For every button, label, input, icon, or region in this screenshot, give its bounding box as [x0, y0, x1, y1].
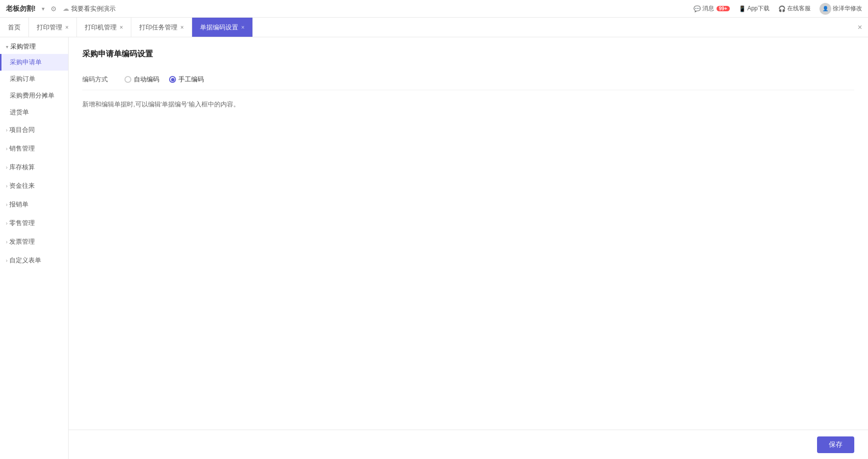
purchase-mgmt-arrow: ▾ — [6, 44, 8, 50]
sidebar-item-purchase-expense[interactable]: 采购费用分摊单 — [0, 87, 68, 104]
sidebar-group-project-contract[interactable]: › 项目合同 — [0, 121, 68, 139]
retail-mgmt-arrow: › — [6, 221, 7, 226]
sidebar-group-retail-mgmt[interactable]: › 零售管理 — [0, 214, 68, 232]
footer-bar: 保存 — [69, 430, 868, 459]
dropdown-icon[interactable]: ▾ — [42, 5, 45, 12]
sidebar-group-purchase-mgmt[interactable]: ▾ 采购管理 — [0, 37, 68, 54]
project-contract-arrow: › — [6, 128, 7, 133]
sales-mgmt-label: 销售管理 — [9, 144, 35, 153]
sales-mgmt-arrow: › — [6, 146, 7, 152]
tab-home-label: 首页 — [8, 23, 21, 32]
tab-printer-mgmt-label: 打印机管理 — [85, 23, 117, 32]
tab-barcode-settings[interactable]: 单据编码设置 × — [192, 18, 253, 37]
page-title: 采购申请单编码设置 — [82, 49, 854, 59]
coding-label: 编码方式 — [82, 75, 117, 84]
tab-bar: 首页 打印管理 × 打印机管理 × 打印任务管理 × 单据编码设置 × × — [0, 18, 868, 37]
message-badge: 99+ — [717, 6, 730, 11]
save-button[interactable]: 保存 — [817, 436, 854, 453]
message-icon: 💬 — [694, 5, 701, 12]
returns-arrow: › — [6, 202, 7, 207]
tab-print-mgmt[interactable]: 打印管理 × — [29, 18, 77, 37]
sidebar-group-inventory[interactable]: › 库存核算 — [0, 158, 68, 177]
online-service-label: 在线客服 — [787, 4, 811, 13]
radio-group: 自动编码 手工编码 — [124, 75, 204, 84]
top-bar-left: 老板勿割! ▾ ⚙ ☁ 我要看实例演示 — [6, 4, 116, 13]
message-button[interactable]: 💬 消息 99+ — [694, 4, 730, 13]
gear-icon[interactable]: ⚙ — [50, 5, 57, 13]
sidebar: ▾ 采购管理 采购申请单 采购订单 采购费用分摊单 进货单 › 项目合同 › 销… — [0, 37, 69, 459]
app-icon: 📱 — [739, 5, 746, 12]
user-menu[interactable]: 👤 徐泽华修改 — [819, 3, 862, 15]
tab-home[interactable]: 首页 — [0, 18, 29, 37]
app-download-label: App下载 — [747, 4, 769, 13]
tab-print-task-mgmt-close[interactable]: × — [180, 24, 184, 31]
purchase-request-label: 采购申请单 — [10, 58, 42, 66]
username: 徐泽华修改 — [833, 4, 862, 13]
tab-print-mgmt-close[interactable]: × — [65, 24, 69, 31]
manual-code-label: 手工编码 — [178, 75, 204, 84]
sidebar-group-invoice-mgmt[interactable]: › 发票管理 — [0, 232, 68, 251]
sidebar-item-purchase-order[interactable]: 采购订单 — [0, 71, 68, 87]
project-contract-label: 项目合同 — [9, 126, 35, 134]
headset-icon: 🎧 — [778, 5, 786, 12]
sidebar-item-stock-in[interactable]: 进货单 — [0, 104, 68, 121]
sidebar-group-custom-forms[interactable]: › 自定义表单 — [0, 251, 68, 270]
sidebar-group-fund-flow[interactable]: › 资金往来 — [0, 177, 68, 195]
content-inner: 采购申请单编码设置 编码方式 自动编码 手工编码 新增和编辑单据时,可以编辑'单… — [69, 37, 868, 430]
retail-mgmt-label: 零售管理 — [9, 219, 35, 228]
avatar: 👤 — [819, 3, 831, 15]
tab-barcode-settings-close[interactable]: × — [241, 24, 245, 31]
sidebar-item-purchase-request[interactable]: 采购申请单 — [0, 54, 68, 71]
radio-auto-code-circle — [124, 76, 131, 83]
sidebar-group-returns[interactable]: › 报销单 — [0, 195, 68, 214]
main-layout: ▾ 采购管理 采购申请单 采购订单 采购费用分摊单 进货单 › 项目合同 › 销… — [0, 37, 868, 459]
inventory-arrow: › — [6, 165, 7, 170]
fund-flow-arrow: › — [6, 183, 7, 189]
tab-printer-mgmt[interactable]: 打印机管理 × — [77, 18, 131, 37]
inventory-label: 库存核算 — [9, 163, 35, 172]
tab-bar-close-all[interactable]: × — [852, 18, 868, 37]
custom-forms-arrow: › — [6, 258, 7, 263]
invoice-mgmt-arrow: › — [6, 239, 7, 245]
top-bar-right: 💬 消息 99+ 📱 App下载 🎧 在线客服 👤 徐泽华修改 — [694, 3, 862, 15]
demo-link[interactable]: ☁ 我要看实例演示 — [63, 4, 116, 13]
top-bar: 老板勿割! ▾ ⚙ ☁ 我要看实例演示 💬 消息 99+ 📱 App下载 🎧 在… — [0, 0, 868, 18]
coding-row: 编码方式 自动编码 手工编码 — [82, 69, 854, 90]
stock-in-label: 进货单 — [10, 108, 29, 116]
custom-forms-label: 自定义表单 — [9, 256, 41, 265]
logo-text: 老板勿割! — [6, 4, 36, 13]
returns-label: 报销单 — [9, 200, 28, 209]
auto-code-label: 自动编码 — [134, 75, 159, 84]
tab-printer-mgmt-close[interactable]: × — [120, 24, 123, 31]
purchase-mgmt-label: 采购管理 — [10, 42, 36, 51]
content-area: 采购申请单编码设置 编码方式 自动编码 手工编码 新增和编辑单据时,可以编辑'单… — [69, 37, 868, 459]
tab-print-task-mgmt-label: 打印任务管理 — [139, 23, 177, 32]
sidebar-group-sales-mgmt[interactable]: › 销售管理 — [0, 139, 68, 158]
info-text: 新增和编辑单据时,可以编辑'单据编号'输入框中的内容。 — [82, 100, 854, 109]
purchase-order-label: 采购订单 — [10, 75, 35, 82]
message-label: 消息 — [702, 4, 714, 13]
radio-manual-code-circle — [169, 76, 176, 83]
radio-auto-code[interactable]: 自动编码 — [124, 75, 159, 84]
tab-print-mgmt-label: 打印管理 — [37, 23, 62, 32]
tab-barcode-settings-label: 单据编码设置 — [200, 23, 238, 32]
fund-flow-label: 资金往来 — [9, 181, 35, 190]
online-service-button[interactable]: 🎧 在线客服 — [778, 4, 811, 13]
invoice-mgmt-label: 发票管理 — [9, 237, 35, 246]
tab-print-task-mgmt[interactable]: 打印任务管理 × — [131, 18, 192, 37]
radio-manual-code[interactable]: 手工编码 — [169, 75, 204, 84]
purchase-expense-label: 采购费用分摊单 — [10, 92, 54, 99]
app-download-button[interactable]: 📱 App下载 — [739, 4, 769, 13]
